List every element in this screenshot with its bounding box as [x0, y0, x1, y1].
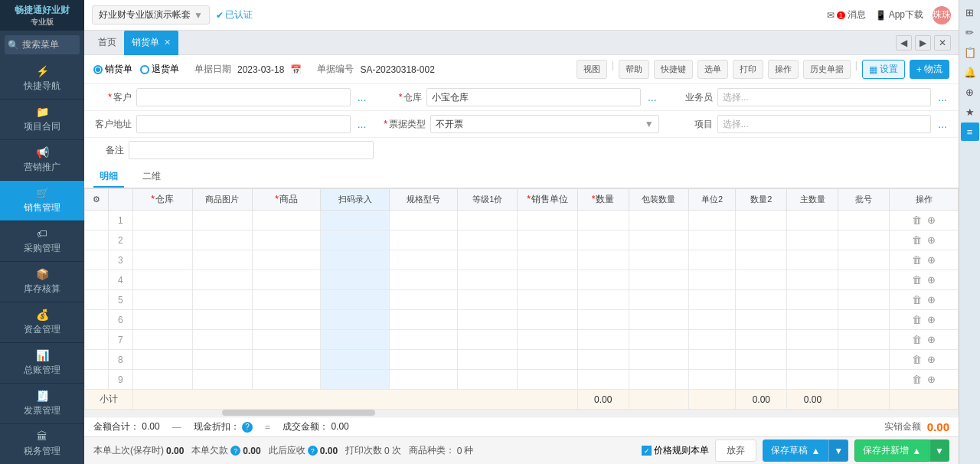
row-delete-icon[interactable]: 🗑 [910, 374, 923, 385]
row-batch[interactable] [838, 270, 890, 290]
messages-button[interactable]: ✉ 1 消息 [827, 8, 866, 21]
row-copy-icon[interactable]: ⊕ [926, 354, 937, 365]
row-delete-icon[interactable]: 🗑 [910, 254, 923, 266]
row-qty[interactable] [577, 211, 629, 230]
row-delete-icon[interactable]: 🗑 [910, 214, 923, 226]
row-warehouse[interactable] [132, 330, 192, 350]
row-spec[interactable] [389, 310, 457, 330]
app-download-button[interactable]: 📱 App下载 [875, 8, 923, 21]
sidebar-item-sales[interactable]: 🛒 销售管理 [0, 181, 84, 221]
row-product[interactable] [253, 290, 321, 310]
row-main-qty[interactable] [787, 350, 838, 370]
row-unit2[interactable] [688, 290, 735, 310]
sidebar-item-quick-nav[interactable]: ⚡ 快捷导航 [0, 59, 84, 100]
right-panel-icon-2[interactable]: ✏ [961, 23, 979, 41]
row-barcode[interactable] [321, 270, 389, 290]
row-unit[interactable] [518, 270, 577, 290]
sidebar-search-area[interactable]: 🔍 搜索菜单 [0, 31, 84, 59]
row-copy-icon[interactable]: ⊕ [926, 334, 937, 345]
row-unit2[interactable] [688, 211, 735, 230]
address-more-icon[interactable]: ... [355, 118, 369, 130]
shortcut-button[interactable]: 快捷键 [654, 60, 693, 79]
row-unit[interactable] [518, 290, 577, 310]
row-price1[interactable] [458, 330, 518, 350]
row-warehouse[interactable] [132, 211, 192, 230]
row-warehouse[interactable] [132, 310, 192, 330]
tab-close-button[interactable]: ✕ [934, 35, 951, 51]
row-qty[interactable] [577, 330, 629, 350]
row-unit2[interactable] [688, 350, 735, 370]
tab-2d[interactable]: 二维 [136, 167, 167, 188]
row-unit2[interactable] [688, 310, 735, 330]
row-barcode[interactable] [321, 250, 389, 270]
row-main-qty[interactable] [787, 211, 838, 230]
view-button[interactable]: 视图 [577, 60, 607, 79]
row-spec[interactable] [389, 250, 457, 270]
row-qty2[interactable] [736, 270, 787, 290]
row-spec[interactable] [389, 211, 457, 230]
row-unit[interactable] [518, 250, 577, 270]
row-qty[interactable] [577, 290, 629, 310]
sidebar-item-purchase[interactable]: 🏷 采购管理 [0, 221, 84, 262]
row-warehouse[interactable] [132, 250, 192, 270]
print-button[interactable]: 打印 [733, 60, 763, 79]
salesperson-input[interactable]: 选择... [717, 88, 932, 106]
row-unit2[interactable] [688, 230, 735, 250]
help-button[interactable]: 帮助 [619, 60, 649, 79]
row-unit2[interactable] [688, 370, 735, 390]
row-barcode[interactable] [321, 330, 389, 350]
row-delete-icon[interactable]: 🗑 [910, 294, 923, 306]
row-warehouse[interactable] [132, 270, 192, 290]
row-spec[interactable] [389, 270, 457, 290]
row-qty2[interactable] [736, 330, 787, 350]
row-pack-qty[interactable] [629, 230, 688, 250]
sidebar-item-invoice[interactable]: 🧾 发票管理 [0, 384, 84, 424]
row-qty[interactable] [577, 370, 629, 390]
row-unit[interactable] [518, 230, 577, 250]
row-spec[interactable] [389, 370, 457, 390]
company-selector[interactable]: 好业财专业版演示帐套 ▼ [92, 5, 210, 25]
row-copy-icon[interactable]: ⊕ [926, 314, 937, 325]
row-main-qty[interactable] [787, 370, 838, 390]
select-button[interactable]: 选单 [697, 60, 728, 79]
row-pack-qty[interactable] [629, 250, 688, 270]
row-product[interactable] [253, 250, 321, 270]
home-tab[interactable]: 首页 [92, 31, 122, 55]
help-icon[interactable]: ? [242, 422, 253, 433]
right-panel-icon-3[interactable]: 📋 [961, 43, 979, 61]
row-qty2[interactable] [736, 250, 787, 270]
row-pack-qty[interactable] [629, 211, 688, 230]
warehouse-more-icon[interactable]: ... [645, 91, 659, 103]
sidebar-item-inventory[interactable]: 📦 库存核算 [0, 262, 84, 302]
row-spec[interactable] [389, 330, 457, 350]
save-new-button[interactable]: 保存并新增 ▲ [854, 439, 929, 462]
row-spec[interactable] [389, 290, 457, 310]
row-delete-icon[interactable]: 🗑 [910, 234, 923, 246]
address-input[interactable] [136, 115, 351, 133]
tab-prev-button[interactable]: ◀ [896, 35, 912, 51]
abandon-button[interactable]: 放弃 [715, 439, 756, 462]
user-avatar[interactable]: 珠珠 [933, 6, 951, 25]
row-price1[interactable] [458, 250, 518, 270]
row-warehouse[interactable] [132, 230, 192, 250]
sidebar-item-tax[interactable]: 🏛 税务管理 [0, 424, 84, 464]
row-delete-icon[interactable]: 🗑 [910, 314, 923, 325]
search-menu-button[interactable]: 🔍 搜索菜单 [5, 35, 80, 54]
row-unit[interactable] [518, 350, 577, 370]
row-unit[interactable] [518, 211, 577, 230]
project-input[interactable]: 选择... [717, 115, 932, 133]
row-copy-icon[interactable]: ⊕ [926, 214, 937, 226]
row-price1[interactable] [458, 350, 518, 370]
row-delete-icon[interactable]: 🗑 [910, 354, 923, 365]
radio-sale[interactable]: 销货单 [93, 63, 132, 76]
horizontal-scrollbar[interactable] [84, 410, 959, 416]
row-batch[interactable] [838, 290, 890, 310]
row-barcode[interactable] [321, 350, 389, 370]
row-pack-qty[interactable] [629, 370, 688, 390]
row-barcode[interactable] [321, 290, 389, 310]
row-warehouse[interactable] [132, 350, 192, 370]
row-delete-icon[interactable]: 🗑 [910, 274, 923, 286]
row-main-qty[interactable] [787, 330, 838, 350]
row-batch[interactable] [838, 310, 890, 330]
row-product[interactable] [253, 270, 321, 290]
